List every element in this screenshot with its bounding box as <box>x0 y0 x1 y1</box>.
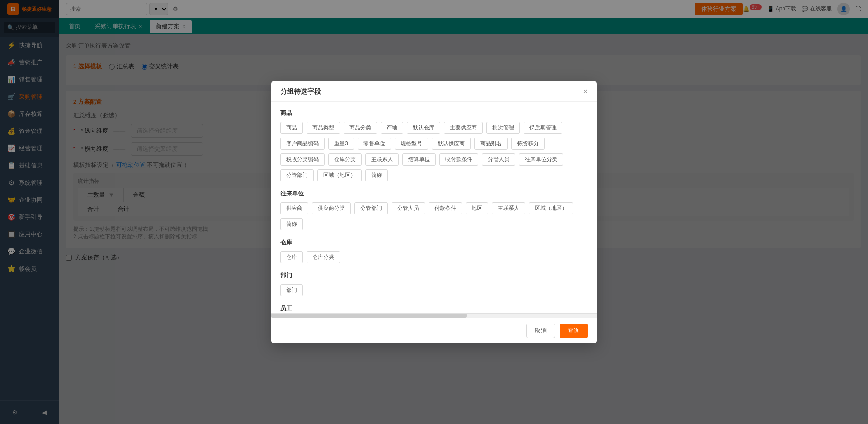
field-tag-0-14[interactable]: 拣货积分 <box>511 138 545 150</box>
hscroll-thumb <box>271 314 467 318</box>
field-tag-0-6[interactable]: 批次管理 <box>486 122 520 134</box>
field-tag-1-0[interactable]: 供应商 <box>280 202 308 214</box>
field-tag-1-6[interactable]: 主联系人 <box>492 202 525 214</box>
field-tag-1-1[interactable]: 供应商分类 <box>312 202 351 214</box>
modal-section-2: 仓库仓库仓库分类 <box>280 238 588 263</box>
modal-section-0: 商品商品商品类型商品分类产地默认仓库主要供应商批次管理保质期管理客户商品编码重量… <box>280 109 588 181</box>
field-tag-0-23[interactable]: 区域（地区） <box>317 169 362 181</box>
modal-footer: 取消 查询 <box>271 318 597 343</box>
field-tag-1-4[interactable]: 付款条件 <box>429 202 462 214</box>
field-tags-3: 部门 <box>280 284 588 296</box>
field-tag-0-0[interactable]: 商品 <box>280 122 303 134</box>
field-tag-2-1[interactable]: 仓库分类 <box>307 251 340 263</box>
field-tag-0-13[interactable]: 商品别名 <box>474 138 508 150</box>
field-tag-2-0[interactable]: 仓库 <box>280 251 303 263</box>
field-tag-0-24[interactable]: 简称 <box>365 169 388 181</box>
field-tag-0-9[interactable]: 重量3 <box>328 138 354 150</box>
field-tag-0-11[interactable]: 规格型号 <box>395 138 428 150</box>
field-tag-0-19[interactable]: 收付款条件 <box>439 153 478 166</box>
field-tag-0-20[interactable]: 分管人员 <box>482 153 515 166</box>
field-tags-1: 供应商供应商分类分管部门分管人员付款条件地区主联系人区域（地区）简称 <box>280 202 588 230</box>
modal-section-1: 往来单位供应商供应商分类分管部门分管人员付款条件地区主联系人区域（地区）简称 <box>280 190 588 230</box>
modal-body: 商品商品商品类型商品分类产地默认仓库主要供应商批次管理保质期管理客户商品编码重量… <box>271 102 597 313</box>
modal-title: 分组待选字段 <box>280 87 321 96</box>
section-title-4: 员工 <box>280 305 588 313</box>
modal-close-btn[interactable]: × <box>583 87 588 95</box>
field-tag-0-10[interactable]: 零售单位 <box>358 138 391 150</box>
field-tag-0-17[interactable]: 主联系人 <box>365 153 399 166</box>
field-tag-0-3[interactable]: 产地 <box>381 122 403 134</box>
modal-hscroll[interactable] <box>271 313 597 318</box>
field-tag-1-7[interactable]: 区域（地区） <box>529 202 573 214</box>
modal-overlay: 分组待选字段 × 商品商品商品类型商品分类产地默认仓库主要供应商批次管理保质期管… <box>0 0 868 424</box>
field-tag-0-18[interactable]: 结算单位 <box>402 153 436 166</box>
section-title-1: 往来单位 <box>280 190 588 198</box>
field-tag-0-15[interactable]: 税收分类编码 <box>280 153 325 166</box>
modal-dialog: 分组待选字段 × 商品商品商品类型商品分类产地默认仓库主要供应商批次管理保质期管… <box>271 81 597 343</box>
field-tag-1-2[interactable]: 分管部门 <box>354 202 388 214</box>
field-tag-0-7[interactable]: 保质期管理 <box>524 122 562 134</box>
field-tag-0-8[interactable]: 客户商品编码 <box>280 138 325 150</box>
field-tags-2: 仓库仓库分类 <box>280 251 588 263</box>
modal-header: 分组待选字段 × <box>271 81 597 102</box>
section-title-3: 部门 <box>280 272 588 280</box>
field-tag-0-22[interactable]: 分管部门 <box>280 169 314 181</box>
field-tag-0-12[interactable]: 默认供应商 <box>432 138 471 150</box>
field-tags-0: 商品商品类型商品分类产地默认仓库主要供应商批次管理保质期管理客户商品编码重量3零… <box>280 122 588 181</box>
field-tag-1-8[interactable]: 简称 <box>280 218 303 230</box>
field-tag-0-2[interactable]: 商品分类 <box>344 122 377 134</box>
field-tag-1-3[interactable]: 分管人员 <box>392 202 425 214</box>
field-tag-0-5[interactable]: 主要供应商 <box>444 122 483 134</box>
field-tag-0-16[interactable]: 仓库分类 <box>328 153 362 166</box>
modal-cancel-btn[interactable]: 取消 <box>526 324 555 338</box>
field-tag-3-0[interactable]: 部门 <box>280 284 303 296</box>
section-title-2: 仓库 <box>280 238 588 247</box>
modal-section-3: 部门部门 <box>280 272 588 296</box>
field-tag-0-21[interactable]: 往来单位分类 <box>519 153 563 166</box>
modal-confirm-btn[interactable]: 查询 <box>560 324 588 338</box>
field-tag-1-5[interactable]: 地区 <box>466 202 488 214</box>
field-tag-0-4[interactable]: 默认仓库 <box>407 122 440 134</box>
field-tag-0-1[interactable]: 商品类型 <box>307 122 340 134</box>
modal-section-4: 员工业务员 <box>280 305 588 313</box>
section-title-0: 商品 <box>280 109 588 117</box>
